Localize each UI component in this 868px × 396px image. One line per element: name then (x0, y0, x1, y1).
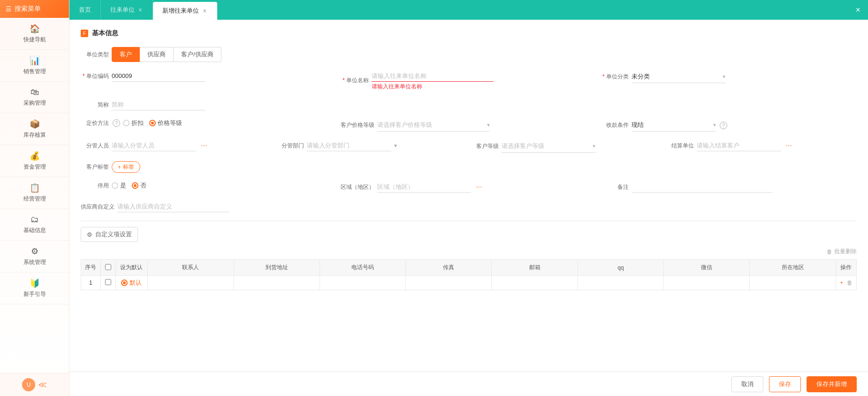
supplier-custom-field: 供应商自定义 (81, 201, 857, 212)
gear-icon: ⚙ (87, 231, 92, 238)
disabled-label: 停用 (81, 182, 109, 190)
row-add-btn[interactable]: + (840, 280, 843, 286)
type-buttons: 客户 供应商 客户/供应商 (112, 47, 221, 62)
payment-help-icon[interactable]: ? (720, 122, 727, 129)
supplier-custom-input[interactable] (117, 201, 230, 212)
pricing-field: 定价方法 ? 折扣 价格等级 (81, 119, 337, 127)
cell-address (234, 276, 320, 290)
dept-input[interactable] (307, 140, 391, 151)
sidebar-item-inventory[interactable]: 📦 库存核算 (0, 113, 69, 145)
remark-label: 备注 (601, 183, 629, 191)
sidebar-item-sales[interactable]: 📊 销售管理 (0, 50, 69, 82)
pricing-discount[interactable]: 折扣 (123, 119, 144, 127)
cell-phone (320, 276, 405, 290)
dept-chevron-icon: ▾ (394, 142, 397, 149)
cell-fax (406, 276, 492, 290)
row-default-radio[interactable]: 默认 (119, 279, 145, 287)
basic-info-row: 单位编码 单位名称 请输入往来单位名称 单位分类 未分类 ▾ (81, 70, 857, 91)
disabled-yes[interactable]: 是 (112, 181, 126, 190)
region-dots-btn[interactable]: ··· (474, 183, 484, 191)
customer-price-placeholder: 请选择客户价格等级 (377, 121, 432, 129)
sidebar-item-quick-nav[interactable]: 🏠 快捷导航 (0, 18, 69, 50)
phone-input[interactable] (323, 280, 403, 286)
row-region-input[interactable] (753, 280, 832, 286)
short-name-input[interactable] (112, 99, 206, 110)
remark-input[interactable] (632, 181, 772, 193)
region-input[interactable] (377, 181, 471, 193)
fax-input[interactable] (409, 280, 488, 286)
tab-new-partner-close[interactable]: × (202, 7, 207, 15)
pricing-price-level[interactable]: 价格等级 (149, 119, 182, 127)
save-new-button[interactable]: 保存并新增 (807, 376, 857, 392)
disabled-radio-group: 是 否 (112, 181, 146, 190)
wechat-input[interactable] (667, 280, 746, 286)
tab-partners-close[interactable]: × (137, 6, 143, 14)
customer-level-select[interactable]: 请选择客户等级 ▾ (502, 140, 595, 153)
pricing-radio-group: 折扣 价格等级 (123, 119, 182, 127)
inventory-icon: 📦 (30, 119, 40, 129)
name-input[interactable] (372, 70, 494, 82)
address-input[interactable] (237, 280, 317, 286)
add-tag-btn[interactable]: + 标签 (112, 161, 140, 173)
customer-price-label: 客户价格等级 (341, 121, 374, 129)
code-input[interactable] (112, 70, 206, 82)
custom-settings-btn[interactable]: ⚙ 自定义项设置 (81, 227, 138, 242)
basic-icon: 🗂 (30, 215, 39, 225)
contact-input[interactable] (151, 280, 230, 286)
unit-type-label: 单位类型 (81, 51, 109, 59)
email-input[interactable] (495, 280, 574, 286)
sidebar-item-label: 销售管理 (23, 68, 46, 76)
sidebar-search[interactable]: ☰ 搜索菜单 (0, 0, 69, 18)
category-label: 单位分类 (601, 73, 629, 81)
code-field: 单位编码 (81, 70, 337, 82)
sidebar-item-system[interactable]: ⚙ 系统管理 (0, 241, 69, 272)
qq-input[interactable] (581, 280, 661, 286)
settlement-dots-btn[interactable]: ··· (784, 141, 794, 150)
tab-partners[interactable]: 往来单位 × (101, 0, 153, 20)
tab-new-partner[interactable]: 新增往来单位 × (153, 2, 217, 20)
name-input-wrapper: 请输入往来单位名称 (372, 70, 597, 91)
disabled-no[interactable]: 否 (132, 181, 146, 190)
customer-level-field: 客户等级 请选择客户等级 ▾ (471, 140, 662, 153)
customer-price-select[interactable]: 请选择客户价格等级 ▾ (377, 119, 490, 132)
tag-field: 客户标签 + 标签 (81, 161, 857, 173)
sidebar-item-basic[interactable]: 🗂 基础信息 (0, 209, 69, 241)
manager-input[interactable] (112, 140, 196, 151)
payment-select[interactable]: 现结 ▾ (632, 119, 716, 132)
row-checkbox[interactable] (105, 279, 111, 285)
category-field: 单位分类 未分类 ▾ (601, 70, 857, 83)
type-btn-supplier[interactable]: 供应商 (140, 47, 174, 62)
cell-action: + 🗑 (836, 276, 856, 290)
batch-delete-icon: 🗑 (827, 248, 832, 255)
select-all-checkbox[interactable] (105, 264, 111, 270)
batch-delete[interactable]: 🗑 批量删除 (81, 248, 857, 256)
sidebar-item-finance[interactable]: 💰 资金管理 (0, 145, 69, 177)
row-delete-btn[interactable]: 🗑 (847, 280, 853, 286)
sidebar-item-purchase[interactable]: 🛍 采购管理 (0, 82, 69, 113)
cell-wechat (664, 276, 750, 290)
sidebar-expand-icon[interactable]: ≪ (38, 380, 47, 390)
tab-partners-label: 往来单位 (110, 6, 135, 14)
save-button[interactable]: 保存 (769, 376, 801, 392)
disabled-no-label: 否 (140, 181, 146, 190)
main-area: 首页 往来单位 × 新增往来单位 × × F 基本信息 单位类型 客户 供应商 … (69, 0, 868, 396)
type-btn-customer[interactable]: 客户 (112, 47, 140, 62)
tab-home[interactable]: 首页 (69, 0, 101, 20)
payment-chevron-icon: ▾ (713, 122, 716, 128)
manager-dots-btn[interactable]: ··· (199, 141, 209, 150)
purchase-icon: 🛍 (30, 87, 39, 97)
cancel-button[interactable]: 取消 (731, 376, 763, 392)
category-select[interactable]: 未分类 ▾ (632, 70, 725, 83)
sidebar-item-operations[interactable]: 📋 经营管理 (0, 177, 69, 209)
category-chevron-icon: ▾ (723, 73, 725, 80)
settlement-input[interactable] (697, 140, 781, 151)
tab-bar-close-all[interactable]: × (848, 5, 868, 15)
code-label: 单位编码 (81, 72, 109, 80)
type-btn-both[interactable]: 客户/供应商 (174, 47, 221, 62)
tab-home-label: 首页 (79, 6, 91, 14)
pricing-help-icon[interactable]: ? (113, 119, 120, 127)
col-checkbox[interactable] (100, 260, 115, 276)
default-radio-circle (121, 280, 128, 286)
dept-label: 分管部门 (276, 142, 304, 150)
sidebar-item-guide[interactable]: 🔰 新手引导 (0, 272, 69, 304)
